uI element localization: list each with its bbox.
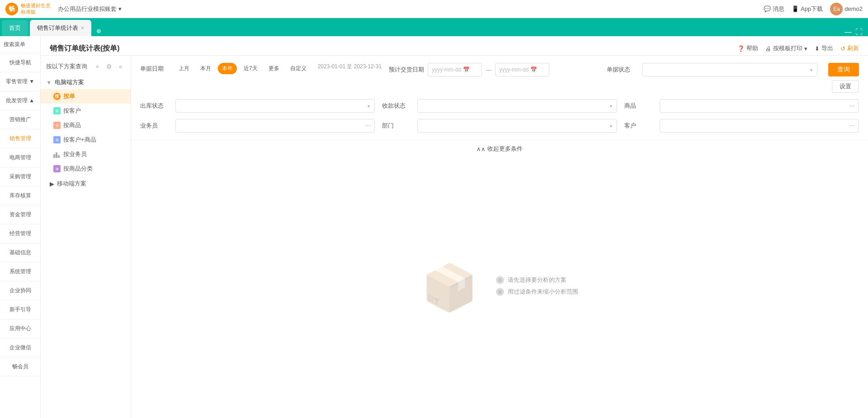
- add-scheme-button[interactable]: +: [93, 62, 102, 71]
- collapse-button[interactable]: ∧∧ 收起更多条件: [476, 145, 523, 153]
- salesperson-select[interactable]: ···: [175, 119, 375, 133]
- scheme-item-bycategory[interactable]: ⊞ 按商品分类: [41, 162, 131, 176]
- scheme-panel-title: 按以下方案查询: [46, 62, 87, 71]
- pc-scheme-group-header[interactable]: ▼ 电脑端方案: [41, 76, 131, 89]
- setting-button[interactable]: 设置: [832, 80, 859, 93]
- date-btn-last7days[interactable]: 近7天: [240, 63, 262, 74]
- export-button[interactable]: ⬇ 导出: [815, 42, 833, 55]
- print-button[interactable]: 🖨 按模板打印 ▾: [765, 42, 807, 55]
- expected-date-start-input[interactable]: yyyy-mm-dd 📅: [428, 63, 482, 76]
- goods-select[interactable]: ···: [660, 99, 859, 113]
- page-actions: ❓ 帮助 🖨 按模板打印 ▾ ⬇ 导出 ↺ 刷新: [737, 42, 859, 55]
- app-selector[interactable]: 办公用品行业模拟账套 ▾: [54, 5, 125, 13]
- close-tab-button[interactable]: ×: [81, 25, 84, 31]
- sidebar-item-marketing[interactable]: 营销推广: [0, 110, 40, 129]
- sidebar-item-newbie[interactable]: 新手引导: [0, 300, 40, 319]
- date-btn-custom[interactable]: 自定义: [286, 63, 311, 74]
- payment-status-block: 收款状态 ▾: [382, 99, 617, 113]
- content-area: 销售订单统计表(按单) ❓ 帮助 🖨 按模板打印 ▾ ⬇ 导出 ↺ 刷新: [41, 36, 868, 418]
- query-button[interactable]: 查询: [828, 63, 859, 76]
- bysalesperson-icon: [53, 151, 61, 158]
- date-btn-lastmonth[interactable]: 上月: [175, 63, 193, 74]
- date-btn-thismonth[interactable]: 本月: [196, 63, 215, 74]
- top-bar-left: 畅 畅捷通好生意 标准版 办公用品行业模拟账套 ▾: [5, 3, 125, 15]
- date-btn-thisyear[interactable]: 本年: [218, 63, 237, 74]
- right-panel: 单据日期 上月 本月 本年 近7天 更多 自定义 2023-01-: [131, 56, 868, 418]
- mobile-scheme-group-header[interactable]: ▶ 移动端方案: [41, 177, 131, 190]
- sidebar-item-system[interactable]: 系统管理: [0, 262, 40, 281]
- sidebar-item-quicknav[interactable]: 快捷导航: [0, 53, 40, 72]
- department-select[interactable]: ▾: [417, 119, 617, 133]
- scheme-panel: 按以下方案查询 + ⚙ « ▼ 电脑端方案 按 按单: [41, 56, 131, 418]
- sidebar-item-purchase[interactable]: 采购管理: [0, 167, 40, 186]
- payment-status-dropdown-icon: ▾: [610, 104, 612, 109]
- help-icon: ❓: [737, 45, 745, 52]
- scheme-panel-icons: + ⚙ «: [93, 62, 125, 71]
- print-icon: 🖨: [765, 45, 771, 52]
- expand-tabs-button[interactable]: ⊕: [93, 25, 104, 36]
- calendar-end-icon[interactable]: 📅: [530, 66, 537, 73]
- empty-tip-1: ① 请先选择要分析的方案: [496, 276, 578, 284]
- sidebar-item-appcenter[interactable]: 应用中心: [0, 319, 40, 338]
- ship-status-dropdown-icon: ▾: [368, 104, 370, 109]
- action-btn-group: 查询 设置: [828, 63, 859, 93]
- payment-status-select[interactable]: ▾: [417, 99, 617, 113]
- top-bar-right: 💬 消息 📱 App下载 Ea demo2: [764, 3, 863, 15]
- avatar: Ea: [830, 3, 843, 15]
- scheme-item-bysalesperson[interactable]: 按业务员: [41, 147, 131, 162]
- sidebar-item-basic[interactable]: 基础信息: [0, 243, 40, 262]
- scheme-item-byorder[interactable]: 按 按单: [41, 89, 131, 104]
- help-button[interactable]: ❓ 帮助: [737, 42, 758, 55]
- sidebar-item-wechat[interactable]: 企业微信: [0, 338, 40, 357]
- ship-status-select[interactable]: ▾: [175, 99, 375, 113]
- message-icon: 💬: [764, 5, 771, 12]
- department-label: 部门: [382, 122, 414, 130]
- customer-select[interactable]: ···: [660, 119, 859, 133]
- mobile-expand-arrow-icon: ▶: [50, 180, 54, 187]
- top-bar: 畅 畅捷通好生意 标准版 办公用品行业模拟账套 ▾ 💬 消息 📱 App下载 E…: [0, 0, 868, 18]
- sidebar-item-wholesale[interactable]: 批发管理 ▲: [0, 91, 40, 110]
- sidebar-item-operations[interactable]: 经营管理: [0, 224, 40, 243]
- sidebar-item-finance[interactable]: 资金管理: [0, 205, 40, 224]
- main-layout: 搜索菜单 快捷导航 零售管理 ▼ 批发管理 ▲ 营销推广 销售管理 电商管理 采…: [0, 36, 868, 418]
- status-select[interactable]: ▾: [642, 63, 817, 76]
- bycategory-icon: ⊞: [53, 165, 61, 172]
- scheme-settings-button[interactable]: ⚙: [104, 62, 113, 71]
- refresh-button[interactable]: ↺ 刷新: [840, 42, 859, 55]
- app-download-button[interactable]: 📱 App下载: [792, 5, 823, 13]
- filter-row-2: 出库状态 ▾ 收款状态 ▾: [140, 99, 859, 113]
- empty-tip-2: ② 用过滤条件来缩小分析范围: [496, 288, 578, 296]
- tab-home[interactable]: 首页: [2, 20, 28, 36]
- sidebar-item-retail[interactable]: 零售管理 ▼: [0, 72, 40, 91]
- message-button[interactable]: 💬 消息: [764, 5, 784, 13]
- empty-illustration: 📦: [421, 261, 478, 314]
- tab-sales-order-stat[interactable]: 销售订单统计表 ×: [30, 20, 91, 36]
- calendar-start-icon[interactable]: 📅: [463, 66, 470, 73]
- print-dropdown-icon: ▾: [804, 45, 807, 52]
- collapse-scheme-button[interactable]: «: [116, 62, 125, 71]
- scheme-item-bygoods[interactable]: ⊞ 按商品: [41, 118, 131, 133]
- sidebar-item-inventory[interactable]: 库存核算: [0, 186, 40, 205]
- expected-date-end-input[interactable]: yyyy-mm-dd 📅: [495, 63, 549, 76]
- user-menu[interactable]: Ea demo2: [830, 3, 863, 15]
- sidebar-item-sales[interactable]: 销售管理: [0, 129, 40, 148]
- status-label: 单据状态: [607, 66, 638, 74]
- sidebar-search[interactable]: 搜索菜单: [0, 36, 40, 53]
- inner-layout: 按以下方案查询 + ⚙ « ▼ 电脑端方案 按 按单: [41, 56, 868, 418]
- maximize-window-button[interactable]: ⛶: [855, 28, 863, 36]
- tip-num-1: ①: [496, 276, 504, 284]
- scheme-item-bycustomer[interactable]: ⊞ 按客户: [41, 104, 131, 118]
- ship-status-label: 出库状态: [140, 102, 172, 110]
- filter-row-3: 业务员 ··· 部门 ▾: [140, 119, 859, 133]
- sidebar-item-ecommerce[interactable]: 电商管理: [0, 148, 40, 167]
- salesperson-dots-icon: ···: [365, 122, 371, 130]
- customer-filter-block: 客户 ···: [624, 119, 859, 133]
- sidebar-item-enterprise[interactable]: 企业协同: [0, 281, 40, 300]
- date-btn-more[interactable]: 更多: [264, 63, 283, 74]
- sidebar-item-member[interactable]: 畅会员: [0, 357, 40, 376]
- minimize-window-button[interactable]: —: [844, 28, 852, 36]
- date-filter-block: 单据日期 上月 本月 本年 近7天 更多 自定义: [140, 63, 311, 74]
- date-label: 单据日期: [140, 65, 172, 73]
- scheme-item-bycustomergoods[interactable]: ⊞ 按客户+商品: [41, 133, 131, 147]
- empty-state: 📦 ① 请先选择要分析的方案 ② 用过滤条件来缩小分析范围: [131, 157, 868, 418]
